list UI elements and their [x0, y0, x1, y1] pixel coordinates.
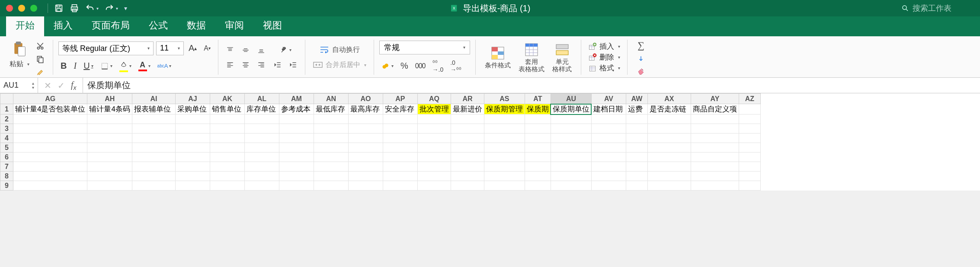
cell[interactable]: [647, 181, 691, 191]
cell[interactable]: [87, 181, 132, 191]
font-name-select[interactable]: 等线 Regular (正文)▾: [58, 41, 154, 55]
cell[interactable]: [417, 124, 451, 134]
column-header[interactable]: AG: [13, 94, 87, 104]
decrease-indent-button[interactable]: [271, 59, 284, 70]
undo-button[interactable]: ▾: [85, 3, 99, 13]
cell[interactable]: 运费: [626, 104, 647, 114]
cell[interactable]: [175, 134, 210, 143]
cell[interactable]: [451, 172, 484, 181]
cell[interactable]: [739, 181, 760, 191]
cell[interactable]: [383, 124, 417, 134]
currency-button[interactable]: ▾: [379, 60, 396, 72]
tab-home[interactable]: 开始: [6, 15, 44, 36]
cell[interactable]: [314, 162, 348, 172]
column-header[interactable]: AH: [87, 94, 132, 104]
cell[interactable]: [13, 172, 87, 181]
column-header[interactable]: AT: [525, 94, 551, 104]
cell[interactable]: [348, 162, 383, 172]
cell[interactable]: [314, 172, 348, 181]
cell[interactable]: [132, 181, 175, 191]
cell[interactable]: [383, 172, 417, 181]
maximize-icon[interactable]: [30, 5, 37, 12]
delete-cells-button[interactable]: 删除▾: [588, 52, 620, 62]
cell[interactable]: [451, 124, 484, 134]
cell[interactable]: [691, 114, 739, 124]
cell[interactable]: [647, 172, 691, 181]
cell[interactable]: 最高库存: [348, 104, 383, 114]
merge-center-button[interactable]: 合并后居中▾: [311, 59, 368, 71]
decrease-decimal-button[interactable]: .0→⁰⁰: [448, 58, 464, 74]
cell[interactable]: [348, 181, 383, 191]
column-header[interactable]: AV: [591, 94, 626, 104]
cell[interactable]: [739, 134, 760, 143]
cell[interactable]: [244, 172, 279, 181]
cell[interactable]: [348, 114, 383, 124]
cell[interactable]: [451, 153, 484, 162]
cell[interactable]: [175, 114, 210, 124]
increase-indent-button[interactable]: [287, 59, 300, 70]
cell[interactable]: [525, 162, 551, 172]
cell[interactable]: 安全库存: [383, 104, 417, 114]
search-box[interactable]: [901, 4, 973, 13]
select-all-corner[interactable]: [0, 94, 13, 104]
cell[interactable]: [132, 143, 175, 153]
column-header[interactable]: AQ: [417, 94, 451, 104]
formula-input[interactable]: 保质期单位: [83, 78, 980, 93]
conditional-formatting-button[interactable]: 条件格式: [481, 39, 515, 76]
insert-cells-button[interactable]: 插入▾: [588, 41, 620, 51]
cell[interactable]: [132, 172, 175, 181]
cell[interactable]: [484, 162, 525, 172]
format-painter-button[interactable]: [34, 67, 47, 78]
spreadsheet-grid[interactable]: AGAHAIAJAKALAMANAOAPAQARASATAUAVAWAXAYAZ…: [0, 93, 980, 191]
cell[interactable]: 辅计量4条码: [87, 104, 132, 114]
orientation-button[interactable]: ab▾: [271, 44, 300, 56]
cell[interactable]: [279, 143, 314, 153]
cell[interactable]: [739, 114, 760, 124]
cell[interactable]: [87, 153, 132, 162]
row-header[interactable]: 4: [0, 134, 13, 143]
fill-button[interactable]: [634, 53, 647, 64]
percent-button[interactable]: %: [398, 60, 410, 72]
cell[interactable]: 保质期单位: [551, 104, 591, 114]
cell[interactable]: [87, 172, 132, 181]
cell[interactable]: [244, 114, 279, 124]
cell[interactable]: [739, 143, 760, 153]
align-top-button[interactable]: [224, 44, 237, 56]
number-format-select[interactable]: 常规▾: [379, 41, 470, 54]
cell[interactable]: [484, 172, 525, 181]
cell[interactable]: [244, 153, 279, 162]
cell[interactable]: [739, 153, 760, 162]
cell[interactable]: [484, 114, 525, 124]
cell[interactable]: [279, 114, 314, 124]
cell[interactable]: [691, 153, 739, 162]
cell[interactable]: [244, 143, 279, 153]
column-header[interactable]: AK: [210, 94, 244, 104]
cell[interactable]: [175, 124, 210, 134]
fill-color-button[interactable]: ▾: [117, 59, 134, 73]
cell[interactable]: [132, 124, 175, 134]
cell[interactable]: [525, 143, 551, 153]
cell[interactable]: [87, 134, 132, 143]
cell[interactable]: [244, 162, 279, 172]
cell[interactable]: [525, 114, 551, 124]
cell[interactable]: [314, 181, 348, 191]
cell[interactable]: [647, 114, 691, 124]
cell[interactable]: 参考成本: [279, 104, 314, 114]
cell[interactable]: [551, 124, 591, 134]
increase-decimal-button[interactable]: ⁰⁰→.0: [430, 58, 446, 74]
cell[interactable]: [647, 153, 691, 162]
column-header[interactable]: AJ: [175, 94, 210, 104]
cell[interactable]: [87, 124, 132, 134]
minimize-icon[interactable]: [18, 5, 25, 12]
wrap-text-button[interactable]: 自动换行: [311, 44, 368, 56]
cell[interactable]: [451, 114, 484, 124]
cell[interactable]: [626, 143, 647, 153]
tab-view[interactable]: 视图: [253, 15, 291, 36]
row-header[interactable]: 1: [0, 104, 13, 114]
cell[interactable]: 销售单位: [210, 104, 244, 114]
cell[interactable]: 是否走冻链: [647, 104, 691, 114]
cell[interactable]: [210, 153, 244, 162]
cell[interactable]: [626, 114, 647, 124]
cell[interactable]: [591, 172, 626, 181]
cell[interactable]: [132, 162, 175, 172]
